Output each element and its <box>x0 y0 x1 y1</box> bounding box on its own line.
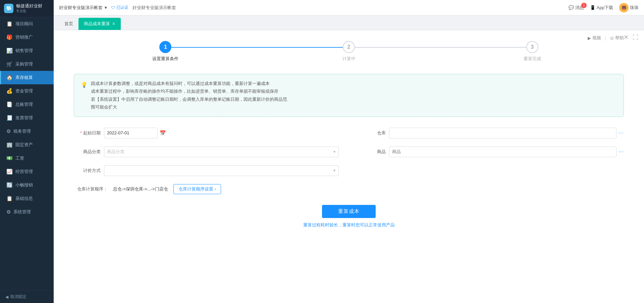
sidebar-item-marketing[interactable]: 🎁营销推广 <box>0 31 54 44</box>
tab-cost-recalc[interactable]: 商品成本重算 ✕ <box>78 18 121 30</box>
submit-hint: 重算过程耗时较长，重算时您可以正常使用产品 <box>303 222 395 228</box>
sidebar-item-project[interactable]: 📋项目顾问 <box>0 17 54 31</box>
warehouse-more-icon[interactable]: ··· <box>619 130 624 136</box>
calc-order-value: 总仓->深圳仓库->...->门店仓 <box>113 186 168 192</box>
account-dropdown-icon[interactable]: ▾ <box>105 5 107 10</box>
sidebar-item-sales[interactable]: 📊销售管理 <box>0 44 54 57</box>
sidebar-item-label-operation: 经营管理 <box>15 169 33 175</box>
close-window-icon[interactable]: ✕ <box>624 34 629 41</box>
product-input[interactable] <box>389 146 616 157</box>
sidebar-item-label-sales: 销售管理 <box>15 48 33 54</box>
sidebar-item-assets[interactable]: 🏢固定资产 <box>0 138 54 152</box>
info-line-3: 若【系统设置】中启用了自动调整记账日期时，会调整入库单的整单记账日期，因此重新计… <box>91 95 287 103</box>
info-line-2: 成本重算过程中，影响库存账的操作均不能操作，比如进货单、销货单、库存单据不能审核… <box>91 87 287 95</box>
info-box: 💡 因成本计算参数调整，或是对商品成本有疑问时，可以通过成本重算功能，重新计算一… <box>74 74 624 117</box>
step-2-label: 计算中 <box>342 56 356 62</box>
product-row: 商品 ··· <box>359 146 624 157</box>
submit-btn[interactable]: 重算成本 <box>322 205 376 218</box>
sidebar-item-salary[interactable]: 💵工资 <box>0 152 54 165</box>
shield-icon: 🛡 <box>111 5 115 10</box>
step-1-line <box>165 47 349 48</box>
account-selector-area[interactable]: 好业财专业版演示帐套 ▾ <box>59 5 107 11</box>
app-name: 畅捷通好业财 <box>16 3 42 9</box>
category-select[interactable]: 商品分类 ▾ <box>104 146 339 157</box>
account-name-text: 好业财专业版演示帐套 <box>59 5 103 11</box>
help-label: 帮助 <box>615 35 624 41</box>
finance-icon: 💰 <box>6 88 13 94</box>
step-3-circle: 3 <box>526 41 538 53</box>
video-label: 视频 <box>592 35 601 41</box>
start-date-row: 起始日期 📅 <box>74 128 339 138</box>
step-3-num: 3 <box>531 44 534 50</box>
tab-close-icon[interactable]: ✕ <box>112 21 115 26</box>
product-more-icon[interactable]: ··· <box>619 149 624 155</box>
sidebar-item-label-marketing: 营销推广 <box>15 34 33 40</box>
tax-icon: ⚙ <box>6 128 11 134</box>
marketing-icon: 🎁 <box>6 34 13 40</box>
app-logo-icon: 畅 <box>4 4 13 13</box>
sidebar-item-expense[interactable]: 🔄小畅报销 <box>0 178 54 192</box>
sidebar-item-accounting[interactable]: 📑总账管理 <box>0 98 54 111</box>
warehouse-field-area: ··· <box>389 128 624 138</box>
price-method-label: 计价方式 <box>74 168 101 174</box>
price-method-dropdown-icon: ▾ <box>333 168 336 173</box>
submit-area: 重算成本 重算过程耗时较长，重算时您可以正常使用产品 <box>74 205 624 228</box>
form-grid: 起始日期 📅 仓库 ··· 商品分类 <box>74 128 624 176</box>
app-download-label: App下载 <box>597 5 613 11</box>
step-2-circle: 2 <box>343 41 355 53</box>
submit-btn-label: 重算成本 <box>338 208 360 214</box>
page-area: ✕ ⛶ ▶ 视频 | ⊙ 帮助 1 设置重算条 <box>54 30 644 303</box>
cancel-pin-label: 取消固定 <box>10 294 26 300</box>
sidebar-item-label-project: 项目顾问 <box>15 21 33 27</box>
expand-window-icon[interactable]: ⛶ <box>633 34 639 41</box>
warehouse-input[interactable] <box>389 128 616 138</box>
calc-order-row: 仓库计算顺序： 总仓->深圳仓库->...->门店仓 仓库计算顺序设置 › <box>74 184 624 194</box>
sidebar-item-purchase[interactable]: 🛒采购管理 <box>0 57 54 71</box>
cancel-pin-btn[interactable]: ◀取消固定 <box>0 290 54 303</box>
info-line-1: 因成本计算参数调整，或是对商品成本有疑问时，可以通过成本重算功能，重新计算一遍成… <box>91 80 287 87</box>
calendar-icon[interactable]: 📅 <box>160 130 166 136</box>
category-row: 商品分类 商品分类 ▾ <box>74 146 339 157</box>
message-icon: 💬 <box>569 5 574 10</box>
sidebar: 畅 畅捷通好业财 专业版 📋项目顾问🎁营销推广📊销售管理🛒采购管理🏠库存核算💰资… <box>0 0 54 303</box>
sidebar-item-finance[interactable]: 💰资金管理 <box>0 84 54 98</box>
play-icon: ▶ <box>588 36 591 41</box>
video-link[interactable]: ▶ 视频 <box>588 35 601 41</box>
sales-icon: 📊 <box>6 48 13 54</box>
calc-order-settings-btn[interactable]: 仓库计算顺序设置 › <box>173 184 221 194</box>
start-date-input[interactable] <box>104 128 158 138</box>
messages-btn[interactable]: 💬 消息 1 <box>569 5 584 11</box>
inventory-icon: 🏠 <box>6 75 13 81</box>
chevron-right-icon: › <box>215 186 216 191</box>
sidebar-item-operation[interactable]: 📈经营管理 <box>0 165 54 178</box>
tab-home[interactable]: 首页 <box>59 18 78 30</box>
step-3: 3 重算完成 <box>440 41 624 62</box>
topbar-right: 💬 消息 1 📱 App下载 🐻 珠珠 <box>569 3 639 12</box>
user-avatar-area[interactable]: 🐻 珠珠 <box>619 3 639 12</box>
sidebar-item-tax[interactable]: ⚙税务管理 <box>0 125 54 138</box>
sidebar-item-label-assets: 固定资产 <box>15 142 33 148</box>
salary-icon: 💵 <box>6 155 13 161</box>
accounting-icon: 📑 <box>6 101 13 107</box>
messages-badge: 1 <box>581 3 587 8</box>
price-method-select[interactable]: ▾ <box>104 165 339 176</box>
sidebar-item-system[interactable]: ⚙系统管理 <box>0 205 54 219</box>
sidebar-item-invoice[interactable]: 🧾发票管理 <box>0 111 54 125</box>
purchase-icon: 🛒 <box>6 61 13 67</box>
verified-label: 已认证 <box>116 5 128 10</box>
step-2-num: 2 <box>347 44 351 50</box>
sidebar-item-inventory[interactable]: 🏠库存核算 <box>0 71 54 84</box>
basic-icon: 📋 <box>6 196 13 202</box>
step-1-circle: 1 <box>159 41 171 53</box>
sidebar-item-basic[interactable]: 📋基础信息 <box>0 192 54 205</box>
verified-badge: 🛡 已认证 <box>111 5 128 10</box>
app-edition: 专业版 <box>16 9 42 13</box>
step-2: 2 计算中 <box>257 41 441 62</box>
system-icon: ⚙ <box>6 209 11 215</box>
page-content: 1 设置重算条件 2 计算中 3 重算完成 <box>54 30 644 303</box>
sidebar-item-label-finance: 资金管理 <box>15 88 33 94</box>
app-download-btn[interactable]: 📱 App下载 <box>590 5 613 11</box>
help-link[interactable]: ⊙ 帮助 <box>610 35 624 41</box>
tab-home-label: 首页 <box>64 21 73 27</box>
warehouse-row: 仓库 ··· <box>359 128 624 138</box>
